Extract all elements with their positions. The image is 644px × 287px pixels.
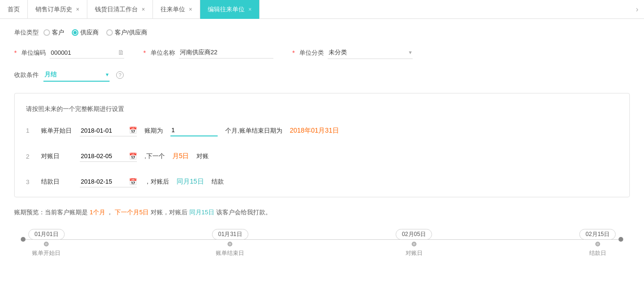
tab-expand-btn[interactable]: › <box>630 5 644 14</box>
unit-category-group: * 单位分类 未分类 ▾ <box>292 46 413 59</box>
unit-name-label: 单位名称 <box>151 49 175 57</box>
preview-suffix: 该客户会给我打款。 <box>216 209 271 216</box>
unit-code-input[interactable] <box>50 47 116 58</box>
date-row-1-end-date: 2018年01月31日 <box>290 127 339 135</box>
date-row-1-calendar-icon[interactable]: 📅 <box>129 127 137 134</box>
payment-arrow: ▾ <box>106 71 109 78</box>
date-row-1-date[interactable] <box>80 125 127 136</box>
radio-customer-label: 客户 <box>52 28 64 37</box>
unit-category-label: 单位分类 <box>299 49 324 57</box>
unit-type-label: 单位类型 <box>14 28 39 37</box>
date-row-1-label: 账单开始日 <box>41 127 74 135</box>
unit-code-icon[interactable]: 🗎 <box>118 49 124 56</box>
timeline-dot-4 <box>595 242 600 246</box>
unit-category-star: * <box>292 49 295 57</box>
date-row-3-date[interactable] <box>80 176 127 187</box>
timeline-desc-1: 账单开始日 <box>32 249 60 257</box>
payment-label: 收款条件 <box>14 71 39 79</box>
radio-customer-supplier-label: 客户/供应商 <box>115 28 147 37</box>
timeline-desc-2: 账单结束日 <box>216 249 244 257</box>
preview-part1: 1个月 <box>90 209 105 216</box>
timeline-point-2: 01月31日 账单结束日 <box>212 229 248 257</box>
date-row-2-highlight: 月5日 <box>172 152 189 160</box>
timeline-badge-1: 01月01日 <box>28 229 65 240</box>
payment-help-icon[interactable]: ? <box>116 71 124 79</box>
timeline-desc-3: 对账日 <box>406 249 423 257</box>
unit-name-input[interactable] <box>179 47 273 59</box>
timeline-badge-4: 02月15日 <box>579 229 616 240</box>
payment-value: 月结 <box>44 70 104 79</box>
date-row-3-label: 结款日 <box>41 177 74 186</box>
timeline-dot-1 <box>44 242 49 246</box>
date-row-3-calendar-icon[interactable]: 📅 <box>129 178 137 186</box>
timeline-container: 01月01日 账单开始日 01月31日 账单结束日 02月05日 对账日 02月… <box>14 229 630 257</box>
date-row-2-label: 对账日 <box>41 152 74 160</box>
timeline-point-1: 01月01日 账单开始日 <box>28 229 65 257</box>
tab-home[interactable]: 首页 <box>0 0 28 19</box>
tab-edit-partner[interactable]: 编辑往来单位 × <box>200 0 260 19</box>
date-row-1-period-input[interactable] <box>170 125 218 136</box>
date-row-1: 1 账单开始日 📅 账期为 个月,账单结束日期为 2018年01月31日 <box>26 125 618 136</box>
timeline-point-4: 02月15日 结款日 <box>579 229 616 257</box>
preview-text: 账期预览：当前客户账期是 1个月 ， 下一个月5日 对账，对账后 同月15日 该… <box>14 207 630 218</box>
timeline-badge-2: 01月31日 <box>212 229 248 240</box>
unit-info-row: * 单位编码 🗎 * 单位名称 * 单位分类 未分类 ▾ <box>14 46 630 59</box>
timeline-dot-2 <box>228 242 232 246</box>
unit-code-group: * 单位编码 🗎 <box>14 47 124 59</box>
radio-group: 客户 供应商 客户/供应商 <box>43 28 147 37</box>
date-row-3-num: 3 <box>26 178 35 186</box>
tab-edit-partner-close[interactable]: × <box>248 6 252 13</box>
preview-prefix: 账期预览：当前客户账期是 <box>14 209 88 216</box>
preview-part2: 下一个月5日 <box>115 209 149 216</box>
date-row-3: 3 结款日 📅 ，对账后 同月15日 结款 <box>26 176 618 187</box>
tab-edit-partner-label: 编辑往来单位 <box>208 5 245 14</box>
tab-cash-ledger[interactable]: 钱货日清工作台 × <box>87 0 153 19</box>
tab-sales-history[interactable]: 销售订单历史 × <box>28 0 87 19</box>
tab-home-label: 首页 <box>8 5 20 14</box>
settings-title: 请按照未来的一个完整帐期进行设置 <box>26 105 618 113</box>
timeline-desc-4: 结款日 <box>589 249 606 257</box>
date-row-2-post: 对账 <box>196 152 209 160</box>
date-row-1-num: 1 <box>26 127 35 134</box>
unit-code-label: 单位编码 <box>21 49 46 57</box>
date-row-1-period-label: 账期为 <box>144 127 163 135</box>
tab-partner-close[interactable]: × <box>189 6 192 13</box>
tab-sales-history-close[interactable]: × <box>76 6 79 13</box>
date-row-2-calendar-icon[interactable]: 📅 <box>129 152 137 160</box>
date-row-2-input: 📅 <box>80 151 137 162</box>
timeline-point-3: 02月05日 对账日 <box>396 229 432 257</box>
unit-category-select[interactable]: 未分类 ▾ <box>328 46 413 59</box>
radio-supplier[interactable]: 供应商 <box>72 28 99 37</box>
preview-middle: 对账，对账后 <box>151 209 187 216</box>
payment-row: 收款条件 月结 ▾ ? <box>14 68 630 82</box>
tab-sales-history-label: 销售订单历史 <box>35 5 72 14</box>
radio-supplier-label: 供应商 <box>80 28 99 37</box>
timeline-badge-3: 02月05日 <box>396 229 432 240</box>
date-row-3-input: 📅 <box>80 176 137 187</box>
date-row-2-pre: ,下一个 <box>144 152 165 160</box>
unit-name-group: * 单位名称 <box>143 47 273 59</box>
date-row-3-highlight: 同月15日 <box>177 177 204 186</box>
tab-cash-ledger-close[interactable]: × <box>142 6 145 13</box>
preview-part3: 同月15日 <box>189 209 214 216</box>
date-row-1-input: 📅 <box>80 125 137 136</box>
tab-partner-label: 往来单位 <box>161 5 185 14</box>
date-row-2-date[interactable] <box>80 151 127 161</box>
settings-box: 请按照未来的一个完整帐期进行设置 1 账单开始日 📅 账期为 个月,账单结束日期… <box>14 93 630 197</box>
unit-name-star: * <box>143 49 145 57</box>
radio-customer-circle <box>43 29 50 36</box>
timeline-dot-3 <box>412 242 416 246</box>
radio-customer[interactable]: 客户 <box>43 28 64 37</box>
tab-cash-ledger-label: 钱货日清工作台 <box>95 5 138 14</box>
date-row-1-period-unit: 个月,账单结束日期为 <box>225 127 282 135</box>
radio-customer-supplier[interactable]: 客户/供应商 <box>106 28 147 37</box>
main-content: 单位类型 客户 供应商 客户/供应商 * 单位编码 🗎 <box>0 19 644 287</box>
tab-partner[interactable]: 往来单位 × <box>153 0 200 19</box>
date-row-3-pre: ，对账后 <box>144 177 169 186</box>
unit-type-row: 单位类型 客户 供应商 客户/供应商 <box>14 28 630 37</box>
date-row-3-post: 结款 <box>212 177 224 186</box>
unit-code-star: * <box>14 49 17 57</box>
payment-select[interactable]: 月结 ▾ <box>43 68 110 82</box>
date-row-2-num: 2 <box>26 153 35 160</box>
unit-category-arrow: ▾ <box>409 49 412 56</box>
